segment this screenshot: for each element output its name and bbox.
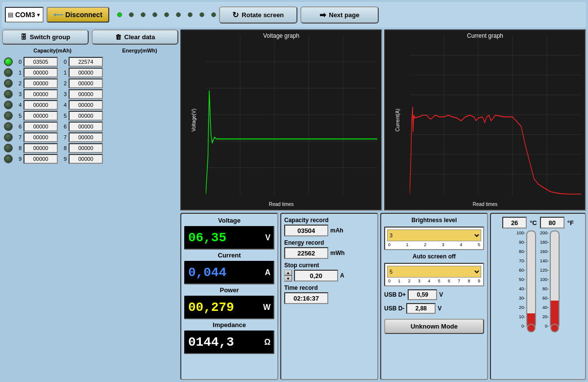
channels-list: 00112233445566778899 bbox=[2, 56, 178, 380]
usb-dplus-input[interactable] bbox=[408, 289, 437, 300]
brightness-select[interactable]: 3 0 1 2 4 5 bbox=[387, 229, 481, 241]
channel-num-7: 7 bbox=[15, 134, 22, 140]
com-port-label: COM3 bbox=[15, 11, 35, 19]
temperature-panel: °C °F 100- 90- 80- 70- bbox=[490, 213, 586, 380]
fahrenheit-thermometer: 200- 180- 160- 140- 120- 100- 80- 60- 40… bbox=[540, 230, 560, 376]
channel-indicator-3 bbox=[4, 90, 13, 99]
status-dot-1 bbox=[129, 12, 134, 17]
channel-num-8: 8 bbox=[15, 145, 22, 151]
unknown-mode-button[interactable]: Unknown Mode bbox=[384, 319, 484, 334]
channel-indicator-6 bbox=[4, 122, 13, 131]
status-dot-6 bbox=[188, 12, 193, 17]
switch-group-button[interactable]: 🗄 Switch group bbox=[2, 29, 89, 45]
current-x-label: Read times bbox=[473, 202, 498, 207]
channel-capacity-9[interactable] bbox=[24, 154, 58, 164]
fahrenheit-input[interactable] bbox=[540, 217, 564, 229]
thermometers-row: 100- 90- 80- 70- 60- 50- 40- 30- 20- 1 bbox=[494, 230, 582, 376]
capacity-record-input[interactable] bbox=[284, 225, 328, 236]
stop-current-up[interactable]: ▲ bbox=[284, 270, 292, 276]
records-panel: Capacity record mAh Energy record mWh bbox=[280, 213, 378, 380]
disconnect-icon: ⟵ bbox=[53, 11, 63, 19]
channel-energy-9[interactable] bbox=[69, 154, 103, 164]
status-dot-2 bbox=[141, 12, 146, 17]
channel-capacity-5[interactable] bbox=[24, 111, 58, 121]
channel-energy-num-2: 2 bbox=[60, 80, 67, 86]
channel-row-9: 99 bbox=[2, 153, 178, 164]
capacity-record-unit: mAh bbox=[330, 227, 343, 234]
voltage-value: 06,35 bbox=[188, 230, 226, 245]
current-value: 0,044 bbox=[188, 265, 226, 280]
channel-capacity-4[interactable] bbox=[24, 100, 58, 110]
disconnect-button[interactable]: ⟵ Disconnect bbox=[47, 7, 109, 23]
channel-row-1: 11 bbox=[2, 67, 178, 78]
celsius-input[interactable] bbox=[502, 217, 527, 229]
auto-screen-slider-container[interactable]: 5 0 1 2 3 4 6 7 8 9 0123456789 bbox=[384, 263, 484, 286]
power-display: 00,279 W bbox=[184, 296, 274, 319]
usb-dminus-unit: V bbox=[438, 305, 441, 312]
time-record-label: Time record bbox=[284, 284, 374, 291]
stop-current-input[interactable] bbox=[294, 270, 338, 281]
com-port-arrow[interactable]: ▼ bbox=[36, 12, 41, 18]
channel-energy-0[interactable] bbox=[69, 57, 103, 67]
channel-energy-5[interactable] bbox=[69, 111, 103, 121]
dot-indicators bbox=[117, 12, 216, 17]
channels-header: Capacity(mAh) Energy(mWh) bbox=[2, 47, 178, 54]
channel-indicator-7 bbox=[4, 133, 13, 142]
channel-capacity-1[interactable] bbox=[24, 68, 58, 77]
clear-data-button[interactable]: 🗑 Clear data bbox=[92, 29, 178, 45]
channel-energy-2[interactable] bbox=[69, 78, 103, 88]
auto-screen-label: Auto screen off bbox=[384, 253, 484, 260]
stop-current-down[interactable]: ▼ bbox=[284, 276, 292, 281]
current-graph-svg bbox=[410, 35, 581, 195]
channel-energy-num-1: 1 bbox=[60, 70, 67, 76]
time-record-input[interactable] bbox=[284, 292, 328, 304]
channel-energy-num-6: 6 bbox=[60, 124, 67, 129]
status-dot-0 bbox=[117, 12, 122, 17]
channel-row-2: 22 bbox=[2, 78, 178, 89]
usb-dplus-row: USB D+ V bbox=[384, 289, 484, 300]
channel-indicator-4 bbox=[4, 101, 13, 109]
brightness-panel: Brightness level 3 0 1 2 4 5 012345 bbox=[380, 213, 488, 380]
channel-energy-num-4: 4 bbox=[60, 102, 67, 108]
usb-dminus-input[interactable] bbox=[406, 303, 436, 314]
channel-capacity-3[interactable] bbox=[24, 89, 58, 99]
next-page-button[interactable]: ➡ Next page bbox=[300, 6, 379, 24]
channel-energy-3[interactable] bbox=[69, 89, 103, 99]
stop-current-label: Stop current bbox=[284, 262, 374, 269]
com-port-selector[interactable]: ▤ COM3 ▼ bbox=[5, 7, 44, 23]
channel-energy-1[interactable] bbox=[69, 68, 103, 77]
channel-energy-6[interactable] bbox=[69, 122, 103, 131]
energy-record-input[interactable] bbox=[284, 247, 328, 259]
channel-capacity-8[interactable] bbox=[24, 143, 58, 153]
channel-capacity-2[interactable] bbox=[24, 78, 58, 88]
channel-num-5: 5 bbox=[15, 113, 22, 119]
auto-screen-scale: 0123456789 bbox=[387, 279, 481, 283]
clear-icon: 🗑 bbox=[115, 33, 122, 41]
channel-capacity-0[interactable] bbox=[24, 57, 58, 67]
channel-energy-num-3: 3 bbox=[60, 91, 67, 97]
channel-indicator-2 bbox=[4, 79, 13, 88]
switch-icon: 🗄 bbox=[21, 33, 27, 41]
impedance-display: 0144,3 Ω bbox=[184, 331, 274, 354]
auto-screen-select[interactable]: 5 0 1 2 3 4 6 7 8 9 bbox=[387, 266, 481, 278]
channel-energy-num-0: 0 bbox=[60, 59, 67, 65]
current-graph-panel: Current graph Read times Current(A) bbox=[384, 29, 586, 211]
voltage-x-label: Read times bbox=[269, 202, 294, 207]
power-unit: W bbox=[263, 303, 270, 312]
impedance-label: Impedance bbox=[184, 321, 274, 329]
usb-dminus-label: USB D- bbox=[384, 305, 404, 312]
usb-dminus-row: USB D- V bbox=[384, 303, 484, 314]
channel-energy-7[interactable] bbox=[69, 132, 103, 142]
status-dot-5 bbox=[176, 12, 181, 17]
status-dot-4 bbox=[164, 12, 169, 17]
status-dot-7 bbox=[199, 12, 204, 17]
usb-dplus-unit: V bbox=[439, 291, 443, 298]
brightness-slider-container[interactable]: 3 0 1 2 4 5 012345 bbox=[384, 227, 484, 250]
rotate-screen-button[interactable]: ↻ Rotate screen bbox=[219, 6, 297, 24]
channel-capacity-7[interactable] bbox=[24, 132, 58, 142]
channel-energy-8[interactable] bbox=[69, 143, 103, 153]
channel-capacity-6[interactable] bbox=[24, 122, 58, 131]
channel-energy-4[interactable] bbox=[69, 100, 103, 110]
channel-row-3: 33 bbox=[2, 89, 178, 100]
voltage-graph-svg bbox=[206, 35, 377, 195]
